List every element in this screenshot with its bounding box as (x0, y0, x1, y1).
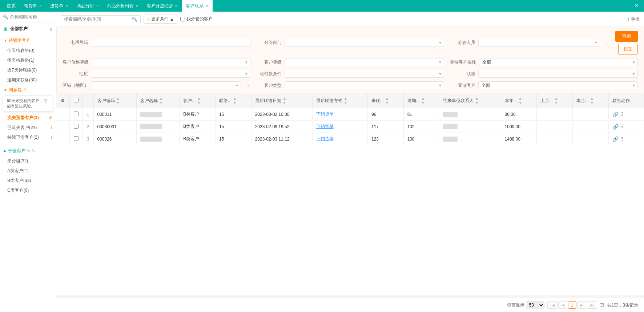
section-pending[interactable]: ▼ 待联络客户 (0, 35, 56, 46)
th-lastmonth[interactable]: 上月... ▲▼ (537, 93, 573, 108)
export-button[interactable]: ↑ 导出 (627, 16, 640, 22)
filter-my-checkbox[interactable] (180, 17, 185, 21)
th-thisyear[interactable]: 本年... ▲▼ (501, 93, 537, 108)
collapse-icon[interactable]: « (49, 26, 52, 32)
th-overdue[interactable]: 逾期... ▲▼ (403, 93, 439, 108)
sidebar-item-overdue[interactable]: 逾期未联络(30) (0, 75, 56, 85)
action-link-icon[interactable]: 🔗 (612, 136, 619, 142)
sidebar-item-ungroup[interactable]: 未分组(32) (0, 156, 56, 166)
close-contact-icon[interactable]: × (206, 4, 208, 8)
close-salesorder-icon[interactable]: × (39, 4, 41, 8)
sidebar-item-declining[interactable]: 持续下滑客户(2) ℹ (0, 133, 56, 142)
filter-search-button[interactable]: 🔍 (132, 17, 137, 22)
section-value[interactable]: ▶ 价值客户 ↻ ✎ (0, 146, 56, 156)
filter-person-select[interactable] (478, 39, 600, 47)
nav-tab-purchaseorder[interactable]: 进货单 × (46, 0, 72, 12)
close-purchaseorder-icon[interactable]: × (65, 4, 68, 8)
filter-scattered-select[interactable]: 全部 (478, 81, 638, 89)
filter-dept-select-wrap: ▼ (285, 39, 444, 47)
nav-tab-customer-layers[interactable]: 客户分层经营 × (142, 0, 182, 12)
horizontal-scrollbar[interactable] (56, 295, 644, 298)
sidebar-search-wrap: 🔍 (0, 12, 56, 23)
setting-button[interactable]: 设置 (618, 44, 638, 54)
value-edit-icon[interactable]: ✎ (32, 149, 35, 153)
page-next-button[interactable]: ▶ (577, 301, 586, 309)
section-problem-arrow: ▼ (4, 88, 7, 92)
nav-home[interactable]: 首页 (3, 3, 20, 9)
filter-customertype-select[interactable] (285, 81, 444, 89)
row-last-date: 2023-03-02 10:30: (251, 108, 312, 121)
filter-pricelevel-select[interactable] (92, 58, 250, 66)
row-last-month (537, 121, 573, 133)
sidebar-item-c-class[interactable]: C类客户(6) (0, 186, 56, 195)
sidebar-item-7days[interactable]: 近7天待联络(0) (0, 65, 56, 75)
page-prev-button[interactable]: ◀ (558, 301, 567, 309)
filter-customerlevel-select[interactable] (285, 58, 444, 66)
th-lastdate[interactable]: 最后联络日期 ▲▼ (251, 93, 312, 108)
row-checkbox[interactable] (74, 124, 79, 129)
nav-tab-customer-contact[interactable]: 客户联系 × (182, 0, 212, 12)
filter-search-input[interactable] (64, 17, 132, 22)
sidebar-item-tomorrow[interactable]: 明天待联络(1) (0, 56, 56, 65)
select-all-checkbox[interactable] (74, 98, 79, 102)
action-more-icon[interactable]: ⠿ (620, 124, 624, 130)
th-settings[interactable]: ⚙ (56, 93, 69, 108)
action-link-icon[interactable]: 🔗 (612, 124, 619, 130)
filter-scattered-attr-select[interactable]: 全部 (479, 58, 638, 66)
sidebar-item-b-class[interactable]: B类客户(33) (0, 176, 56, 186)
th-contactperson[interactable]: 往来单位联系人 ▲▼ (439, 93, 501, 108)
section-problem[interactable]: ▼ 问题客户 (0, 85, 56, 96)
filter-more-button[interactable]: ▽ 更多条件 ▲ (144, 15, 177, 24)
nav-tab-productanalysis[interactable]: 商品分析 × (72, 0, 103, 12)
filter-person-label: 分管人员 (450, 40, 475, 46)
filter-my-checkbox-wrap: 我分管的客户 (180, 16, 213, 22)
th-type[interactable]: 客户... ▲▼ (180, 93, 216, 108)
filter-payment-select[interactable] (285, 70, 444, 78)
th-name[interactable]: 客户名称 ▲▼ (136, 93, 179, 108)
sidebar-item-today[interactable]: 今天待联络(0) (0, 46, 56, 56)
action-link-icon[interactable]: 🔗 (612, 112, 619, 117)
row-last-way[interactable]: 下销货单 (312, 121, 367, 133)
row-checkbox[interactable] (74, 112, 79, 116)
action-more-icon[interactable]: ⠿ (620, 136, 624, 142)
row-index: 1 (82, 108, 93, 121)
filter-dept-select[interactable] (285, 39, 444, 47)
close-productanalysis-icon[interactable]: × (96, 4, 98, 8)
sidebar-search-input[interactable] (10, 15, 53, 20)
action-more-icon[interactable]: ⠿ (620, 112, 624, 117)
sidebar-header: ⊞ 全部客户 « (0, 23, 56, 35)
row-settings (56, 133, 69, 145)
th-lastway[interactable]: 最后联络方式 ▲▼ (312, 93, 367, 108)
row-last-way[interactable]: 下销货单 (312, 133, 367, 145)
value-refresh-icon[interactable]: ↻ (27, 149, 30, 153)
filter-phone-input[interactable] (91, 39, 250, 47)
per-page-select[interactable]: 50 100 200 (526, 301, 544, 309)
close-layers-icon[interactable]: × (175, 4, 177, 8)
filter-status-select[interactable] (478, 70, 638, 78)
th-contacts[interactable]: 联络... ▲▼ (215, 93, 251, 108)
filter-region-select[interactable] (92, 81, 241, 89)
close-all-icon[interactable]: × (632, 3, 641, 9)
sidebar-item-churned[interactable]: 已流失客户(24) ℹ (0, 123, 56, 133)
person-dots-icon[interactable]: ··· (603, 40, 609, 45)
filter-region-label: 区域（地区） (63, 82, 89, 89)
page-last-button[interactable]: ▶| (587, 301, 597, 309)
th-code[interactable]: 客户编码 ▲▼ (93, 93, 136, 108)
table-row: 3000026B类客户152023-02-03 11:12:下销货单123108… (56, 133, 644, 145)
sidebar-item-churn-warning[interactable]: 流失预警客户(3) ⚠ (0, 113, 56, 123)
th-thismonth[interactable]: 本月... ▲▼ (572, 93, 608, 108)
query-button[interactable]: 查询 (615, 31, 638, 42)
page-first-button[interactable]: |◀ (547, 301, 558, 309)
filter-nature-select[interactable] (91, 70, 250, 78)
close-productlist-icon[interactable]: × (136, 4, 138, 8)
contactperson-sort-icon: ▲▼ (475, 96, 479, 105)
page-current: 1 (568, 301, 576, 309)
nav-tab-salesorder[interactable]: 销货单 × (20, 0, 46, 12)
region-dots-icon[interactable]: ··· (244, 83, 250, 88)
th-nocontact[interactable]: 未联... ▲▼ (368, 93, 404, 108)
row-checkbox[interactable] (74, 136, 79, 141)
nav-tab-productlist[interactable]: 商品分析列表 × (103, 0, 142, 12)
row-last-way[interactable]: 下销货单 (312, 108, 367, 121)
sidebar-item-a-class[interactable]: A类客户(1) (0, 166, 56, 176)
main-layout: 🔍 ⊞ 全部客户 « ▼ 待联络客户 今天待联络(0) 明天待联络(1) 近7天… (0, 12, 644, 312)
